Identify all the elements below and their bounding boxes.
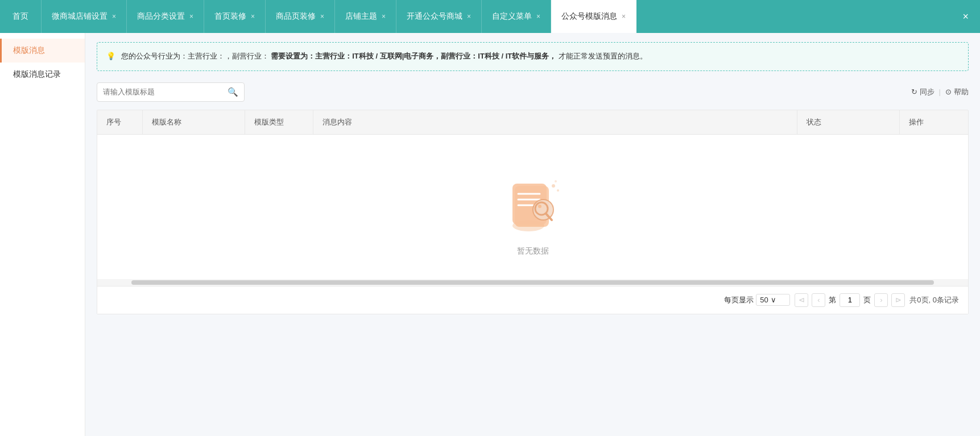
first-page-button[interactable]: ⊲ [795, 293, 808, 307]
prev-page-button[interactable]: ‹ [812, 293, 825, 307]
sidebar-item-template-msg[interactable]: 模版消息 [0, 39, 85, 63]
chevron-down-icon: ∨ [771, 296, 776, 304]
svg-point-11 [557, 189, 559, 192]
tab-home[interactable]: 首页 [0, 0, 42, 33]
search-icon[interactable]: 🔍 [228, 87, 238, 97]
sync-button[interactable]: ↻ 同步 [911, 87, 934, 97]
svg-point-12 [555, 180, 557, 182]
pagination: 每页显示 50 ∨ ⊲ ‹ 第 页 › ⊳ 共0页, 0条记录 [97, 286, 968, 314]
tab-product-decor[interactable]: 商品页装修 × [266, 0, 335, 33]
tab-product-decor-label: 商品页装修 [276, 11, 316, 22]
col-index: 序号 [97, 110, 143, 134]
sidebar-item-template-msg-log-label: 模版消息记录 [13, 69, 61, 78]
per-page-select: 每页显示 50 ∨ [724, 294, 790, 306]
tab-homepage-decor-label: 首页装修 [214, 11, 246, 22]
tab-custom-menu[interactable]: 自定义菜单 × [482, 0, 551, 33]
col-name: 模版名称 [143, 110, 245, 134]
col-action: 操作 [900, 110, 968, 134]
tab-custom-menu-close[interactable]: × [536, 13, 540, 20]
sidebar: 模版消息 模版消息记录 [0, 33, 85, 436]
tab-category-close[interactable]: × [189, 13, 193, 20]
tab-open-mall-close[interactable]: × [467, 13, 471, 20]
tab-product-decor-close[interactable]: × [320, 13, 324, 20]
sidebar-item-template-msg-log[interactable]: 模版消息记录 [0, 63, 85, 86]
search-actions: ↻ 同步 | ⊙ 帮助 [911, 87, 969, 97]
empty-icon [499, 169, 567, 237]
tab-homepage-decor[interactable]: 首页装修 × [204, 0, 266, 33]
notice-highlight: 需要设置为：主营行业：IT科技 / 互联网|电子商务，副营行业：IT科技 / I… [271, 52, 556, 60]
search-input[interactable] [103, 88, 228, 96]
page-nav: ⊲ ‹ 第 页 › ⊳ [795, 293, 905, 307]
tab-category[interactable]: 商品分类设置 × [127, 0, 204, 33]
layout: 模版消息 模版消息记录 💡 您的公众号行业为：主营行业：，副营行业： 需要设置为… [0, 33, 980, 436]
main-content: 💡 您的公众号行业为：主营行业：，副营行业： 需要设置为：主营行业：IT科技 /… [85, 33, 980, 436]
tab-shop-settings-close[interactable]: × [112, 13, 116, 20]
sync-icon: ↻ [911, 88, 917, 96]
tab-shop-theme[interactable]: 店铺主题 × [335, 0, 396, 33]
page-label: 第 [829, 295, 836, 305]
notice-icon: 💡 [106, 52, 115, 60]
col-content: 消息内容 [313, 110, 797, 134]
tab-homepage-decor-close[interactable]: × [251, 13, 255, 20]
tab-template-msg-label: 公众号模版消息 [561, 11, 617, 22]
tab-shop-settings-label: 微商城店铺设置 [52, 11, 107, 22]
tab-template-msg[interactable]: 公众号模版消息 × [551, 0, 636, 33]
help-icon: ⊙ [945, 88, 952, 96]
empty-text: 暂无数据 [517, 246, 549, 256]
tab-shop-settings[interactable]: 微商城店铺设置 × [42, 0, 127, 33]
last-page-button[interactable]: ⊳ [891, 293, 905, 307]
next-page-button[interactable]: › [874, 293, 888, 307]
notice-box: 💡 您的公众号行业为：主营行业：，副营行业： 需要设置为：主营行业：IT科技 /… [97, 42, 969, 71]
sync-label: 同步 [920, 87, 934, 97]
svg-point-9 [538, 205, 541, 208]
help-label: 帮助 [954, 87, 969, 97]
tab-category-label: 商品分类设置 [137, 11, 185, 22]
page-unit: 页 [863, 295, 871, 305]
svg-point-10 [552, 184, 555, 188]
tab-bar-close-all[interactable]: × [951, 11, 980, 23]
per-page-value: 50 [760, 296, 768, 304]
tab-open-mall[interactable]: 开通公众号商城 × [396, 0, 482, 33]
tab-home-label: 首页 [13, 11, 28, 22]
tab-bar: 首页 微商城店铺设置 × 商品分类设置 × 首页装修 × 商品页装修 × 店铺主… [0, 0, 980, 33]
tab-open-mall-label: 开通公众号商城 [407, 11, 462, 22]
tab-custom-menu-label: 自定义菜单 [492, 11, 532, 22]
horizontal-scrollbar[interactable] [97, 279, 968, 286]
tab-shop-theme-label: 店铺主题 [345, 11, 377, 22]
tab-template-msg-close[interactable]: × [622, 13, 626, 20]
table-wrap: 序号 模版名称 模版类型 消息内容 状态 操作 [97, 110, 969, 314]
col-status: 状态 [797, 110, 900, 134]
search-input-wrap: 🔍 [97, 82, 245, 102]
notice-prefix: 您的公众号行业为：主营行业：，副营行业： [121, 52, 269, 60]
divider: | [939, 88, 941, 96]
tab-shop-theme-close[interactable]: × [382, 13, 386, 20]
help-button[interactable]: ⊙ 帮助 [945, 87, 969, 97]
col-type: 模版类型 [245, 110, 313, 134]
per-page-label: 每页显示 [724, 295, 754, 305]
sidebar-item-template-msg-label: 模版消息 [13, 45, 45, 55]
notice-suffix: 才能正常发送预置的消息。 [559, 52, 647, 60]
search-bar: 🔍 ↻ 同步 | ⊙ 帮助 [97, 82, 969, 102]
table-header: 序号 模版名称 模版类型 消息内容 状态 操作 [97, 110, 968, 135]
total-info: 共0页, 0条记录 [909, 295, 959, 305]
page-input[interactable] [840, 293, 860, 307]
per-page-dropdown[interactable]: 50 ∨ [756, 294, 790, 306]
empty-state: 暂无数据 [97, 135, 968, 279]
scrollbar-thumb[interactable] [131, 280, 934, 285]
